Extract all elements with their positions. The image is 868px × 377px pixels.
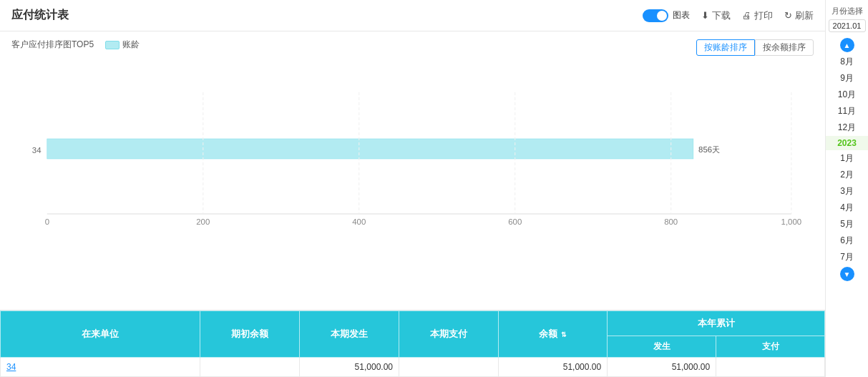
sidebar-month-item[interactable]: 7月 bbox=[826, 249, 868, 265]
col-ytd-pay: 支付 bbox=[716, 336, 825, 358]
month-list: 8月9月10月11月12月20231月2月3月4月5月6月7月 bbox=[826, 54, 868, 265]
chart-section: 客户应付排序图TOP5 账龄 按账龄排序 按余额排序 34 bbox=[0, 31, 825, 310]
col-opening: 期初余额 bbox=[200, 311, 299, 358]
sort-by-amount-button[interactable]: 按账龄排序 bbox=[696, 39, 755, 56]
header-actions: 图表 ⬇ 下载 🖨 打印 ↻ 刷新 bbox=[643, 9, 814, 22]
bar-chart: 34 856天 0 200 400 600 800 bbox=[11, 57, 814, 243]
data-table: 在来单位 期初余额 本期发生 本期支付 余额 ⇅ 本年累计 发生 bbox=[0, 310, 825, 377]
sidebar-month-item[interactable]: 5月 bbox=[826, 216, 868, 232]
download-icon: ⬇ bbox=[701, 10, 709, 21]
table-wrapper[interactable]: 在来单位 期初余额 本期发生 本期支付 余额 ⇅ 本年累计 发生 bbox=[0, 310, 825, 377]
cell-payment bbox=[399, 358, 499, 377]
sidebar-down-button[interactable]: ▼ bbox=[840, 267, 854, 281]
print-button[interactable]: 🖨 打印 bbox=[742, 9, 773, 22]
toggle-thumb bbox=[657, 11, 667, 21]
col-payment: 本期支付 bbox=[399, 311, 499, 358]
table-row: 34 51,000.00 51,000.00 51,000.00 bbox=[1, 358, 825, 377]
cell-current: 51,000.00 bbox=[299, 358, 399, 377]
svg-text:0: 0 bbox=[45, 217, 49, 226]
legend-item-top5: 客户应付排序图TOP5 bbox=[11, 39, 94, 51]
refresh-button[interactable]: ↻ 刷新 bbox=[784, 9, 814, 22]
cell-origin[interactable]: 34 bbox=[1, 358, 200, 377]
chart-wrapper: 34 856天 0 200 400 600 800 bbox=[11, 57, 814, 310]
col-ytd-occur: 发生 bbox=[608, 336, 716, 358]
download-button[interactable]: ⬇ 下载 bbox=[701, 9, 731, 22]
refresh-icon: ↻ bbox=[784, 10, 792, 21]
sidebar-title: 月份选择 bbox=[832, 6, 863, 16]
sidebar-month-item[interactable]: 3月 bbox=[826, 183, 868, 200]
cell-ytd-pay bbox=[716, 358, 825, 377]
legend-label-aging: 账龄 bbox=[122, 39, 140, 51]
sidebar-month-item[interactable]: 2月 bbox=[826, 167, 868, 183]
sidebar-month-item[interactable]: 6月 bbox=[826, 232, 868, 249]
svg-text:600: 600 bbox=[508, 217, 522, 226]
svg-text:400: 400 bbox=[352, 217, 366, 226]
sidebar-month-item[interactable]: 10月 bbox=[826, 87, 868, 103]
legend-item-aging: 账龄 bbox=[105, 39, 140, 51]
cell-opening bbox=[200, 358, 299, 377]
col-current: 本期发生 bbox=[299, 311, 399, 358]
toggle-track[interactable] bbox=[643, 9, 668, 22]
balance-sort-icon[interactable]: ⇅ bbox=[560, 331, 567, 338]
svg-text:34: 34 bbox=[32, 146, 42, 155]
cell-balance: 51,000.00 bbox=[499, 358, 608, 377]
sidebar-month-item[interactable]: 9月 bbox=[826, 70, 868, 87]
svg-text:1,000: 1,000 bbox=[781, 217, 802, 226]
print-icon: 🖨 bbox=[742, 10, 751, 21]
sort-by-balance-button[interactable]: 按余额排序 bbox=[755, 39, 814, 56]
sidebar-month-item[interactable]: 11月 bbox=[826, 103, 868, 119]
col-ytd: 本年累计 bbox=[608, 311, 825, 336]
col-balance: 余额 ⇅ bbox=[499, 311, 608, 358]
sidebar-year-label: 2023 bbox=[826, 136, 868, 150]
sidebar-month-item[interactable]: 1月 bbox=[826, 150, 868, 167]
page-title: 应付统计表 bbox=[11, 8, 69, 23]
chart-toggle[interactable]: 图表 bbox=[643, 9, 690, 22]
sidebar-month-item[interactable]: 4月 bbox=[826, 200, 868, 216]
sidebar-month-item[interactable]: 12月 bbox=[826, 119, 868, 136]
legend-label-top5: 客户应付排序图TOP5 bbox=[11, 39, 94, 51]
sidebar-date-input[interactable] bbox=[829, 19, 866, 32]
col-origin: 在来单位 bbox=[1, 311, 200, 358]
chart-controls: 按账龄排序 按余额排序 bbox=[696, 39, 814, 56]
chart-legend: 客户应付排序图TOP5 账龄 bbox=[11, 39, 140, 51]
svg-text:856天: 856天 bbox=[698, 145, 720, 154]
cell-ytd-occur: 51,000.00 bbox=[608, 358, 716, 377]
legend-box-aging bbox=[105, 41, 120, 49]
svg-text:200: 200 bbox=[196, 217, 210, 226]
sidebar-month-item[interactable]: 8月 bbox=[826, 54, 868, 70]
svg-rect-1 bbox=[47, 139, 693, 159]
sidebar-up-button[interactable]: ▲ bbox=[840, 38, 854, 52]
right-sidebar: 月份选择 ▲ 8月9月10月11月12月20231月2月3月4月5月6月7月 ▼ bbox=[825, 0, 868, 377]
svg-text:800: 800 bbox=[664, 217, 678, 226]
toggle-label: 图表 bbox=[673, 9, 690, 21]
table-section: 在来单位 期初余额 本期发生 本期支付 余额 ⇅ 本年累计 发生 bbox=[0, 310, 825, 377]
